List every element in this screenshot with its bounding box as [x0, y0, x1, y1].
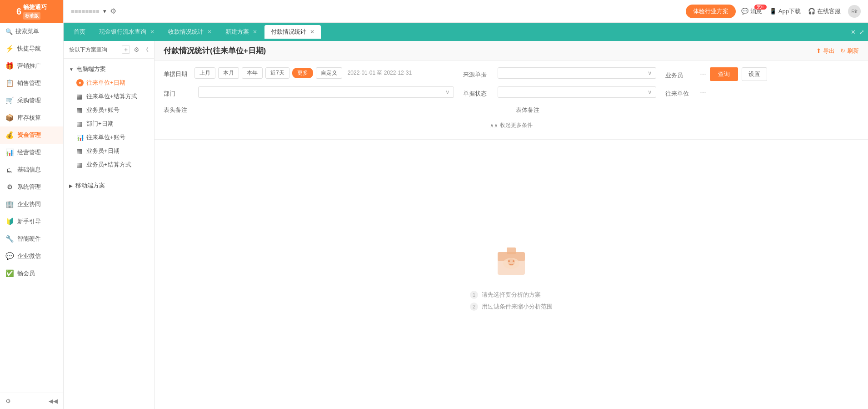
add-plan-icon[interactable]: +	[122, 45, 130, 54]
left-item-partner-account[interactable]: 📊 往来单位+账号	[64, 131, 154, 144]
tab-home[interactable]: 首页	[67, 25, 92, 39]
left-item-staff-settle[interactable]: ▦ 业务员+结算方式	[64, 158, 154, 172]
dept-label: 部门	[164, 87, 195, 98]
date-btn-custom[interactable]: 自定义	[316, 67, 342, 79]
source-select[interactable]: ∨	[498, 67, 657, 79]
settings-plan-icon[interactable]: ⚙	[134, 46, 140, 53]
topbar-gear-icon[interactable]: ⚙	[110, 7, 116, 15]
mobile-plans-category[interactable]: ▶ 移动端方案	[64, 179, 154, 192]
partner-label: 往来单位	[665, 87, 696, 98]
sidebar-item-sales[interactable]: 📋 销售管理	[0, 75, 63, 92]
body-note-input[interactable]	[550, 103, 859, 114]
tab-bank-flow[interactable]: 现金银行流水查询 ✕	[93, 25, 161, 39]
sidebar-item-wechat[interactable]: 💬 企业微信	[0, 247, 63, 265]
date-btn-more[interactable]: 更多	[292, 68, 313, 78]
sidebar-item-capital[interactable]: 💰 资金管理	[0, 126, 63, 144]
pc-plans-section: ▼ 电脑端方案 ● 往来单位+日期 ▦ 往来单位+结算方式 ▦ 业务员+账号 ▦	[64, 59, 154, 175]
left-item-dept-date[interactable]: ▦ 部门+日期	[64, 117, 154, 131]
tab-bank-flow-close[interactable]: ✕	[150, 29, 155, 35]
avatar-text: Rit	[851, 9, 857, 14]
sidebar-item-basic[interactable]: 🗂 基础信息	[0, 161, 63, 178]
message-button[interactable]: 💬 消息 99+	[741, 7, 762, 15]
staff-dots[interactable]: ···	[700, 70, 706, 78]
item-label: 业务员+账号	[86, 106, 120, 114]
left-item-staff-date[interactable]: ▦ 业务员+日期	[64, 144, 154, 158]
staff-label: 业务员	[665, 69, 696, 80]
tab-new-plan-label: 新建方案	[225, 28, 249, 36]
collapse-panel-icon[interactable]: 《	[143, 46, 149, 54]
system-icon: ⚙	[5, 183, 14, 191]
refresh-button[interactable]: ↻ 刷新	[840, 47, 859, 55]
dept-select[interactable]: ∨	[198, 86, 454, 98]
sidebar-item-purchase[interactable]: 🛒 采购管理	[0, 92, 63, 109]
topbar-right: 💬 消息 99+ 📱 App下载 🎧 在线客服 Rit	[741, 5, 861, 18]
app-download-button[interactable]: 📱 App下载	[769, 7, 801, 15]
tab-actions: ✕ ⤢	[851, 29, 864, 35]
tab-receipt-close[interactable]: ✕	[207, 29, 212, 35]
tab-new-plan-close[interactable]: ✕	[253, 29, 257, 35]
inventory-icon: 📦	[5, 114, 14, 122]
sidebar-item-inventory[interactable]: 📦 库存核算	[0, 109, 63, 126]
partner-dots[interactable]: ···	[700, 88, 706, 96]
avatar[interactable]: Rit	[848, 5, 861, 18]
message-badge: 99+	[754, 5, 767, 10]
search-menu[interactable]: 🔍 搜索菜单	[0, 23, 63, 40]
sidebar-item-system[interactable]: ⚙ 系统管理	[0, 178, 63, 196]
left-item-partner-settle[interactable]: ▦ 往来单位+结算方式	[64, 90, 154, 103]
online-service-button[interactable]: 🎧 在线客服	[808, 7, 841, 15]
collapse-icon[interactable]: ◀◀	[49, 398, 58, 404]
topbar-dropdown[interactable]: ▾	[103, 8, 106, 15]
header-note-filter: 表头备注	[164, 103, 507, 114]
collapse-bar[interactable]: ∧∧ 收起更多条件	[164, 118, 859, 133]
doc-status-select[interactable]: ∨	[498, 86, 657, 98]
tab-bar: 首页 现金银行流水查询 ✕ 收款情况统计 ✕ 新建方案 ✕ 付款情况统计 ✕ ✕…	[64, 23, 868, 41]
settings-button[interactable]: 设置	[742, 67, 767, 81]
enterprise-icon: 🏢	[5, 200, 14, 208]
sidebar-item-hardware[interactable]: 🔧 智能硬件	[0, 230, 63, 247]
sidebar-item-member[interactable]: ✅ 畅会员	[0, 265, 63, 282]
header-note-input[interactable]	[198, 103, 507, 114]
tab-payment-close[interactable]: ✕	[310, 29, 314, 35]
sidebar-item-label: 资金管理	[17, 131, 41, 139]
date-range: 2022-01-01 至 2022-12-31	[348, 69, 412, 77]
expand-tab-icon[interactable]: ⤢	[859, 29, 864, 35]
app-icon: 📱	[769, 8, 777, 15]
date-btn-last-7days[interactable]: 近7天	[265, 67, 289, 79]
trial-button[interactable]: 体验行业方案	[686, 5, 736, 18]
tab-receipt-stats[interactable]: 收款情况统计 ✕	[162, 25, 218, 39]
date-btn-this-year[interactable]: 本年	[242, 67, 263, 79]
left-panel-icons: + ⚙ 《	[122, 45, 149, 54]
sidebar-item-guide[interactable]: 🔰 新手引导	[0, 213, 63, 230]
settings-icon[interactable]: ⚙	[5, 398, 11, 404]
member-icon: ✅	[5, 269, 14, 278]
staff-filter: 业务员 ··· 查询 设置	[665, 67, 859, 81]
sidebar-item-label: 基础信息	[17, 166, 41, 174]
sidebar-item-enterprise[interactable]: 🏢 企业协同	[0, 196, 63, 213]
date-btn-last-month[interactable]: 上月	[195, 67, 215, 79]
export-button[interactable]: ⬆ 导出	[816, 47, 835, 55]
close-tab-icon[interactable]: ✕	[851, 29, 856, 35]
body-note-label: 表体备注	[516, 103, 547, 114]
sidebar-item-operation[interactable]: 📊 经营管理	[0, 144, 63, 161]
sidebar-nav: ⚡ 快捷导航 🎁 营销推广 📋 销售管理 🛒 采购管理 📦 库存核算 💰 资金管…	[0, 40, 63, 393]
left-item-staff-account[interactable]: ▦ 业务员+账号	[64, 103, 154, 117]
content-area: 按以下方案查询 + ⚙ 《 ▼ 电脑端方案 ● 往来单位+日期 ▦	[64, 41, 868, 409]
tab-new-plan[interactable]: 新建方案 ✕	[219, 25, 264, 39]
tab-payment-stats-label: 付款情况统计	[271, 28, 306, 36]
left-item-partner-date[interactable]: ● 往来单位+日期	[64, 76, 154, 90]
logo-icon: 6	[16, 6, 21, 17]
date-btn-this-month[interactable]: 本月	[218, 67, 239, 79]
svg-point-5	[508, 260, 510, 262]
tab-payment-stats[interactable]: 付款情况统计 ✕	[264, 25, 321, 39]
pc-plans-category[interactable]: ▼ 电脑端方案	[64, 62, 154, 76]
filter-row-2: 部门 ∨ 单据状态 ∨ 往来单位 ···	[164, 86, 859, 98]
svg-point-6	[513, 260, 514, 262]
page-header: 付款情况统计(往来单位+日期) ⬆ 导出 ↻ 刷新	[155, 41, 868, 61]
sidebar-item-marketing[interactable]: 🎁 营销推广	[0, 57, 63, 75]
empty-state: 1 请先选择要分析的方案 2 用过滤条件来缩小分析范围	[155, 140, 868, 409]
source-label: 来源单据	[463, 68, 494, 79]
pc-plans-label: 电脑端方案	[76, 65, 106, 73]
sidebar-item-label: 快捷导航	[17, 45, 41, 53]
query-button[interactable]: 查询	[710, 67, 738, 81]
sidebar-item-quick-nav[interactable]: ⚡ 快捷导航	[0, 40, 63, 57]
